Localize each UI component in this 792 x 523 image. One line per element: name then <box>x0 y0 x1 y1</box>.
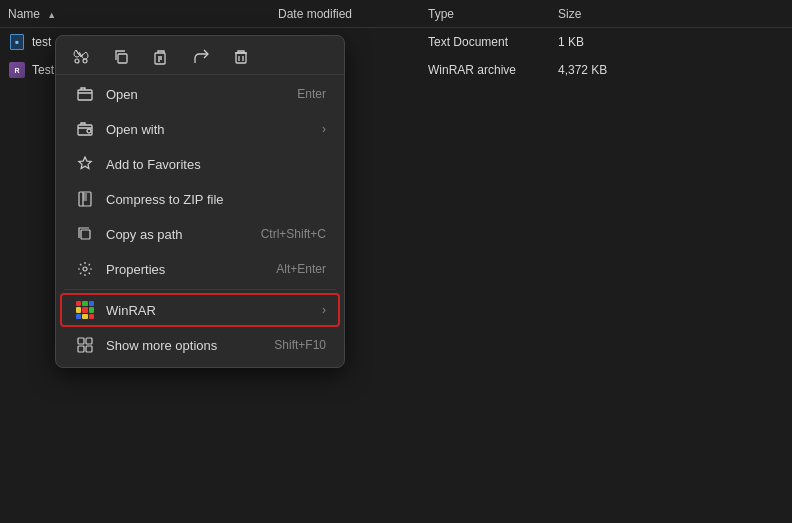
svg-rect-2 <box>118 54 127 63</box>
copy-path-label: Copy as path <box>106 227 253 242</box>
file-type: WinRAR archive <box>428 63 558 77</box>
open-with-arrow-icon: › <box>322 122 326 136</box>
col-header-date[interactable]: Date modified <box>278 7 428 21</box>
svg-rect-11 <box>78 338 84 344</box>
context-icon-bar <box>56 40 344 75</box>
share-button[interactable] <box>190 46 212 68</box>
col-header-size[interactable]: Size <box>558 7 638 21</box>
winrar-arrow-icon: › <box>322 303 326 317</box>
svg-point-0 <box>75 59 79 63</box>
open-label: Open <box>106 87 289 102</box>
properties-label: Properties <box>106 262 268 277</box>
menu-separator <box>64 289 336 290</box>
col-header-name[interactable]: Name ▲ <box>8 7 278 21</box>
zip-icon <box>74 188 96 210</box>
paste-button[interactable] <box>150 46 172 68</box>
menu-item-open[interactable]: Open Enter <box>60 77 340 111</box>
table-header: Name ▲ Date modified Type Size <box>0 0 792 28</box>
context-menu: Open Enter Open with › Add to Favori <box>55 35 345 368</box>
open-shortcut: Enter <box>297 87 326 101</box>
properties-shortcut: Alt+Enter <box>276 262 326 276</box>
copy-path-icon <box>74 223 96 245</box>
svg-rect-6 <box>78 125 92 135</box>
copy-path-shortcut: Ctrl+Shift+C <box>261 227 326 241</box>
compress-zip-label: Compress to ZIP file <box>106 192 326 207</box>
file-size: 1 KB <box>558 35 638 49</box>
open-with-icon <box>74 118 96 140</box>
file-icon-rar: R <box>8 62 26 78</box>
svg-point-7 <box>87 129 91 133</box>
menu-item-copy-path[interactable]: Copy as path Ctrl+Shift+C <box>60 217 340 251</box>
svg-point-1 <box>83 59 87 63</box>
svg-rect-13 <box>78 346 84 352</box>
delete-button[interactable] <box>230 46 252 68</box>
open-with-label: Open with <box>106 122 318 137</box>
svg-rect-4 <box>236 53 246 63</box>
menu-item-properties[interactable]: Properties Alt+Enter <box>60 252 340 286</box>
winrar-icon <box>74 299 96 321</box>
svg-rect-5 <box>78 90 92 100</box>
open-icon <box>74 83 96 105</box>
svg-rect-12 <box>86 338 92 344</box>
menu-item-open-with[interactable]: Open with › <box>60 112 340 146</box>
menu-item-more-options[interactable]: Show more options Shift+F10 <box>60 328 340 362</box>
star-icon <box>74 153 96 175</box>
copy-button[interactable] <box>110 46 132 68</box>
menu-item-compress-zip[interactable]: Compress to ZIP file <box>60 182 340 216</box>
cut-button[interactable] <box>70 46 92 68</box>
menu-item-favorites[interactable]: Add to Favorites <box>60 147 340 181</box>
sort-arrow-icon: ▲ <box>47 10 56 20</box>
properties-icon <box>74 258 96 280</box>
winrar-label: WinRAR <box>106 303 318 318</box>
svg-rect-14 <box>86 346 92 352</box>
file-size: 4,372 KB <box>558 63 638 77</box>
file-type: Text Document <box>428 35 558 49</box>
svg-rect-9 <box>81 230 90 239</box>
favorites-label: Add to Favorites <box>106 157 326 172</box>
file-explorer: Name ▲ Date modified Type Size ■ test 7:… <box>0 0 792 523</box>
col-header-type[interactable]: Type <box>428 7 558 21</box>
more-options-icon <box>74 334 96 356</box>
file-icon-txt: ■ <box>8 34 26 50</box>
svg-point-10 <box>83 267 87 271</box>
more-options-shortcut: Shift+F10 <box>274 338 326 352</box>
more-options-label: Show more options <box>106 338 266 353</box>
menu-item-winrar[interactable]: WinRAR › <box>60 293 340 327</box>
